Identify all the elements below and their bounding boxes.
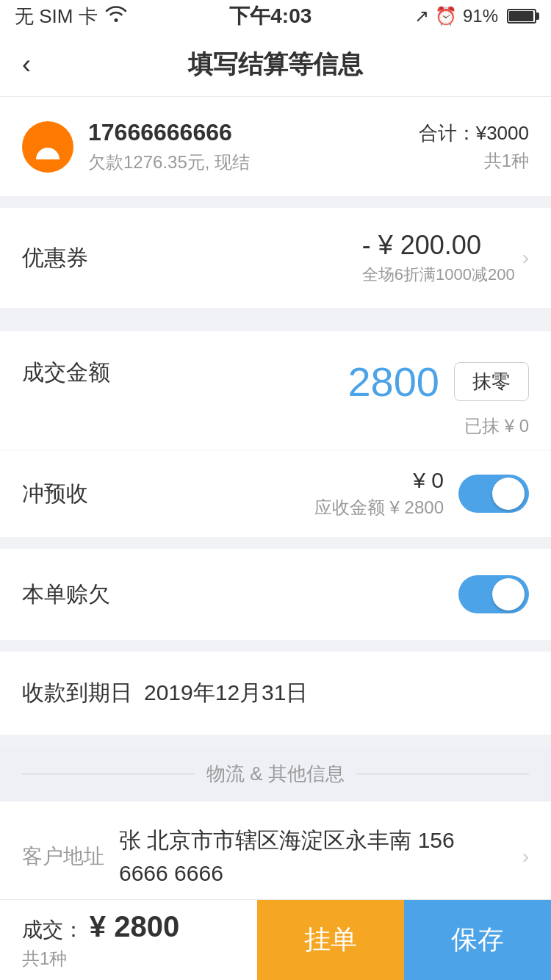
deal-label: 成交金额 (22, 358, 110, 388)
hold-button[interactable]: 挂单 (257, 900, 404, 981)
battery-icon (507, 9, 536, 24)
coupon-info: - ¥ 200.00 全场6折满1000减200 (362, 230, 515, 286)
page-title: 填写结算等信息 (188, 48, 363, 82)
back-button[interactable]: ‹ (22, 49, 31, 80)
content: 17666666666 欠款1276.35元, 现结 合计：¥3000 共1种 … (0, 97, 551, 980)
header: ‹ 填写结算等信息 (0, 32, 551, 97)
status-left: 无 SIM 卡 (15, 4, 127, 29)
due-row: 收款到期日 2019年12月31日 (0, 652, 551, 735)
deal-right: 2800 抹零 已抹 ¥ 0 (347, 358, 529, 438)
battery-text: 91% (463, 6, 498, 26)
total-amount: 合计：¥3000 (419, 120, 529, 146)
prepaid-row: 冲预收 ¥ 0 应收金额 ¥ 2800 (0, 450, 551, 537)
credit-label: 本单赊欠 (22, 580, 110, 610)
coupon-chevron: › (522, 246, 529, 270)
bottom-summary: 成交： ¥ 2800 共1种 (0, 910, 257, 970)
address-section: 客户地址 张 北京市市辖区海淀区永丰南 156 6666 6666 › (0, 801, 551, 912)
prepaid-amount: ¥ 0 (413, 468, 444, 493)
logistics-label: 物流 & 其他信息 (206, 761, 345, 787)
bottom-bar: 成交： ¥ 2800 共1种 挂单 保存 (0, 899, 551, 980)
address-row[interactable]: 客户地址 张 北京市市辖区海淀区永丰南 156 6666 6666 › (0, 801, 551, 912)
prepaid-toggle[interactable] (458, 475, 529, 513)
deal-row: 成交金额 2800 抹零 已抹 ¥ 0 (0, 331, 551, 450)
carrier-text: 无 SIM 卡 (15, 4, 98, 29)
prepaid-sub: 应收金额 ¥ 2800 (314, 496, 444, 519)
bottom-deal-label: 成交： (22, 918, 84, 941)
toggle-knob (492, 478, 525, 510)
deal-sub-text: 已抹 ¥ 0 (464, 414, 529, 438)
logistics-divider: 物流 & 其他信息 (0, 746, 551, 801)
coupon-right: - ¥ 200.00 全场6折满1000减200 › (362, 230, 529, 286)
coupon-row[interactable]: 优惠券 - ¥ 200.00 全场6折满1000减200 › (0, 208, 551, 308)
address-value: 张 北京市市辖区海淀区永丰南 156 6666 6666 (119, 824, 508, 890)
avatar (22, 121, 73, 173)
customer-card: 17666666666 欠款1276.35元, 现结 合计：¥3000 共1种 (0, 97, 551, 196)
deal-section: 成交金额 2800 抹零 已抹 ¥ 0 冲预收 ¥ 0 应收金额 ¥ 2800 (0, 331, 551, 537)
wifi-icon (105, 6, 127, 26)
status-time: 下午4:03 (229, 2, 311, 30)
alarm-icon: ⏰ (435, 6, 457, 26)
total-count: 共1种 (419, 149, 529, 173)
customer-info: 17666666666 欠款1276.35元, 现结 (88, 119, 250, 174)
divider-line-right (356, 774, 529, 774)
bottom-amount: ¥ 2800 (90, 910, 179, 943)
address-label: 客户地址 (22, 843, 104, 871)
deal-value: 2800 (347, 358, 439, 406)
customer-note: 欠款1276.35元, 现结 (88, 151, 250, 174)
due-date-value: 2019年12月31日 (144, 678, 308, 708)
bottom-count: 共1种 (22, 947, 235, 970)
status-bar: 无 SIM 卡 下午4:03 ↗ ⏰ 91% (0, 0, 551, 32)
credit-toggle-knob (492, 578, 525, 610)
divider-line-left (22, 774, 195, 774)
section-divider-2 (0, 537, 551, 549)
due-date-label: 收款到期日 (22, 678, 132, 708)
gps-icon: ↗ (414, 6, 429, 26)
coupon-amount: - ¥ 200.00 (362, 230, 515, 261)
save-button[interactable]: 保存 (404, 900, 551, 981)
customer-phone: 17666666666 (88, 119, 250, 146)
customer-left: 17666666666 欠款1276.35元, 现结 (22, 119, 250, 174)
credit-section: 本单赊欠 (0, 549, 551, 640)
prepaid-label: 冲预收 (22, 479, 88, 509)
customer-total: 合计：¥3000 共1种 (419, 120, 529, 173)
coupon-desc: 全场6折满1000减200 (362, 264, 515, 286)
round-button[interactable]: 抹零 (454, 362, 529, 401)
coupon-label: 优惠券 (22, 243, 88, 273)
address-chevron: › (522, 845, 529, 868)
section-divider-1 (0, 320, 551, 331)
credit-row: 本单赊欠 (0, 549, 551, 640)
status-right: ↗ ⏰ 91% (414, 6, 536, 26)
due-section: 收款到期日 2019年12月31日 (0, 652, 551, 735)
bottom-deal-line: 成交： ¥ 2800 (22, 910, 235, 944)
credit-toggle[interactable] (458, 575, 529, 613)
svg-point-0 (42, 137, 54, 149)
prepaid-right: ¥ 0 应收金额 ¥ 2800 (314, 468, 444, 519)
